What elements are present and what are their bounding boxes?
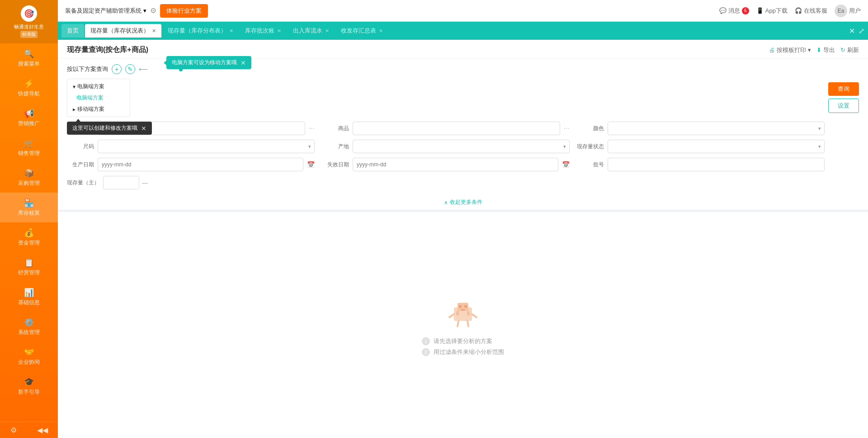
color-select[interactable]: [608, 122, 825, 135]
refresh-button[interactable]: ↻ 刷新: [840, 46, 859, 54]
prod-date-input[interactable]: [98, 158, 303, 171]
tab-close-icon[interactable]: ✕: [325, 28, 329, 34]
page-content: 现存量查询(按仓库+商品) 🖨 按模板打印 ▾ ⬇ 导出 ↻ 刷新: [58, 40, 868, 438]
batch-input[interactable]: [608, 158, 825, 171]
svg-line-5: [449, 314, 454, 317]
empty-tip-2: 2 用过滤条件来缩小分析范围: [422, 348, 504, 356]
export-button[interactable]: ⬇ 导出: [816, 46, 835, 54]
svg-rect-10: [467, 311, 470, 316]
goods-input[interactable]: [353, 122, 560, 135]
expire-date-calendar-icon[interactable]: 📅: [562, 161, 570, 168]
tab-home[interactable]: 首页: [61, 24, 84, 38]
sidebar-item-label: 快捷导航: [18, 90, 40, 98]
svg-line-8: [467, 321, 468, 326]
user-action[interactable]: Ea 用户: [835, 5, 861, 17]
svg-line-6: [472, 314, 476, 317]
svg-rect-4: [461, 309, 465, 311]
sidebar-item-system[interactable]: ⚙️ 系统管理: [0, 312, 58, 342]
dropdown-arrow-icon: ▾: [143, 7, 146, 14]
scheme-pc-toggle[interactable]: ▾ 电脑端方案: [67, 81, 130, 92]
collapse-sidebar-icon[interactable]: ◀◀: [37, 426, 48, 434]
app-logo-icon: 🎯: [21, 5, 37, 22]
sidebar-item-nav[interactable]: ⚡ 快捷导航: [0, 73, 58, 103]
system-title-dropdown[interactable]: 装备及固定资产辅助管理系统 ▾: [65, 7, 146, 15]
settings-icon[interactable]: ⚙: [150, 6, 156, 15]
sidebar-item-label: 采购管理: [18, 179, 40, 187]
tab-close-icon[interactable]: ✕: [152, 28, 156, 34]
user-label: 用户: [849, 7, 861, 15]
tab-close-icon[interactable]: ✕: [379, 28, 383, 34]
origin-select[interactable]: [353, 140, 570, 153]
edit-tooltip-close[interactable]: ✕: [141, 125, 146, 132]
expire-date-input[interactable]: [353, 158, 558, 171]
finance-icon: 💰: [24, 228, 34, 238]
trial-button[interactable]: 体验行业方案: [160, 4, 208, 18]
filter-add-button[interactable]: +: [112, 64, 122, 74]
scheme-mobile-label: 移动端方案: [77, 105, 104, 113]
tab-fullscreen-icon[interactable]: ⤢: [859, 27, 864, 35]
collapse-button[interactable]: ∧ 收起更多条件: [58, 195, 868, 210]
stock-status-label: 现存量状态: [577, 143, 604, 151]
empty-tip-1: 1 请先选择要分析的方案: [422, 337, 504, 345]
divider: [58, 210, 868, 210]
batch-label: 批号: [577, 161, 604, 169]
filter-row-prod-date: 生产日期 📅: [67, 158, 315, 171]
sidebar-item-sales[interactable]: 🛒 销售管理: [0, 133, 58, 163]
tab-close-icon[interactable]: ✕: [229, 28, 233, 34]
sidebar-item-marketing[interactable]: 📢 营销推广: [0, 103, 58, 133]
filter-row-stock-status: 现存量状态: [577, 140, 825, 153]
filter-arrow-left-icon[interactable]: ⟵: [139, 66, 148, 73]
range-sep: —: [142, 179, 148, 186]
print-button[interactable]: 🖨 按模板打印 ▾: [769, 46, 811, 54]
tab-stock-dist[interactable]: 现存量（库存分布表） ✕: [162, 24, 239, 38]
message-action[interactable]: 💬 消息 6: [719, 7, 749, 15]
tab-close-icon[interactable]: ✕: [277, 28, 281, 34]
sidebar-item-guide[interactable]: 🎓 新手引导: [0, 372, 58, 401]
edit-tooltip-text: 这里可以创建和修改方案哦: [72, 124, 137, 132]
avatar: Ea: [835, 5, 847, 17]
online-service-action[interactable]: 🎧 在线客服: [795, 7, 827, 15]
tab-stock-status[interactable]: 现存量（库存状况表） ✕: [85, 24, 161, 38]
sales-icon: 🛒: [24, 138, 34, 148]
warehouse-dots[interactable]: ···: [309, 124, 315, 132]
sidebar-item-label: 库存核算: [18, 209, 40, 217]
search-button[interactable]: 查询: [828, 82, 859, 96]
goods-label: 商品: [322, 125, 349, 132]
tab-inout[interactable]: 出入库流水 ✕: [288, 24, 335, 38]
color-label: 颜色: [577, 125, 604, 132]
sidebar-item-operation[interactable]: 📋 经营管理: [0, 252, 58, 282]
header-left: 装备及固定资产辅助管理系统 ▾ ⚙ 体验行业方案: [65, 4, 208, 18]
sidebar-item-purchase[interactable]: 📦 采购管理: [0, 163, 58, 193]
sidebar-item-basic[interactable]: 📊 基础信息: [0, 282, 58, 312]
filter-edit-button[interactable]: ✎: [125, 64, 135, 74]
scheme-mobile-toggle[interactable]: ▸ 移动端方案: [67, 104, 130, 115]
stock-status-select[interactable]: [608, 140, 825, 153]
tab-close-all-icon[interactable]: ✕: [849, 27, 855, 35]
sidebar-logo: 🎯 畅通道好生意 标准版: [0, 0, 58, 43]
scheme-tooltip-close[interactable]: ✕: [241, 59, 246, 66]
sidebar-item-finance[interactable]: 💰 资金管理: [0, 222, 58, 252]
size-select[interactable]: [98, 140, 315, 153]
tab-batch[interactable]: 库存批次账 ✕: [240, 24, 287, 38]
tab-bar: 首页 现存量（库存状况表） ✕ 现存量（库存分布表） ✕ 库存批次账 ✕ 出入库…: [58, 22, 868, 40]
tip-text-2: 用过滤条件来缩小分析范围: [434, 348, 504, 356]
filter-row-stock-main: 现存量（主） —: [67, 176, 315, 189]
tab-collect[interactable]: 收发存汇总表 ✕: [335, 24, 388, 38]
operation-icon: 📋: [24, 258, 34, 268]
app-download-action[interactable]: 📱 App下载: [756, 7, 788, 15]
filter-main: 按以下方案查询 + ✎ ⟵ 电脑方案可设为移动方案哦 ✕: [67, 64, 825, 189]
reset-button[interactable]: 设置: [828, 99, 859, 113]
message-icon: 💬: [719, 7, 726, 14]
prod-date-calendar-icon[interactable]: 📅: [307, 161, 315, 168]
filter-header: 按以下方案查询 + ✎ ⟵ 电脑方案可设为移动方案哦 ✕: [67, 64, 825, 74]
sidebar-item-inventory[interactable]: 🏪 库存核算: [0, 193, 58, 222]
goods-dots[interactable]: ···: [564, 124, 570, 132]
scheme-list: ▾ 电脑端方案 电脑端方案 ▸ 移动端方案: [67, 79, 130, 117]
svg-point-2: [459, 305, 462, 308]
tip-num-1: 1: [422, 337, 430, 345]
stock-min-input[interactable]: [103, 176, 139, 189]
settings-bottom-icon[interactable]: ⚙: [10, 426, 17, 434]
sidebar-item-enterprise[interactable]: 🤝 企业协同: [0, 342, 58, 372]
scheme-pc-item[interactable]: 电脑端方案: [67, 92, 130, 104]
sidebar-item-search[interactable]: 🔍 搜索菜单: [0, 43, 58, 73]
